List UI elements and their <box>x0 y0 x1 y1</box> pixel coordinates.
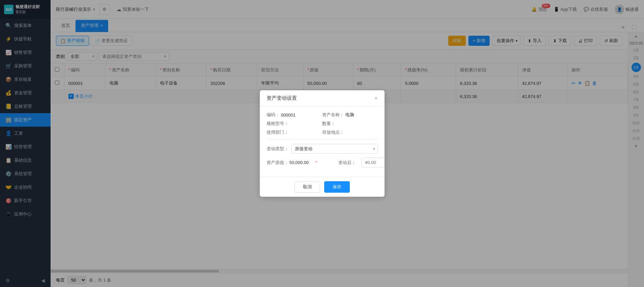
dialog-divider <box>267 139 378 140</box>
dialog-footer: 取消 保存 <box>260 177 385 197</box>
dialog-overlay: 资产变动设置 × 编码： 000001 资产名称： 电脑 规格型号： 数量： <box>0 0 644 287</box>
quantity-label: 数量： <box>322 121 335 127</box>
after-label: 变动后： <box>338 160 359 166</box>
dept-label: 使用部门： <box>267 129 288 135</box>
change-type-label: 变动类型： <box>267 146 288 152</box>
code-label: 编码： <box>267 112 280 118</box>
change-type-field: 变动类型： 原值变动 期限变动 残值率变动 ▾ <box>267 144 378 154</box>
dialog-body: 编码： 000001 资产名称： 电脑 规格型号： 数量： 使用部门： <box>260 106 385 177</box>
dialog-title: 资产变动设置 <box>267 95 297 101</box>
after-value-input[interactable] <box>361 158 384 167</box>
dialog-name-item: 资产名称： 电脑 <box>322 112 378 118</box>
dialog-close-button[interactable]: × <box>374 95 377 101</box>
original-value-display: 50,000.00 <box>289 160 309 165</box>
code-value: 000001 <box>281 113 296 118</box>
dialog-location-item: 存放地点： <box>322 129 378 135</box>
after-required-star: * <box>315 160 336 165</box>
original-value-label: 资产原值： <box>267 160 287 166</box>
asset-name-label: 资产名称： <box>322 112 344 118</box>
original-value-field: 资产原值： 50,000.00 * 变动后： <box>267 158 378 167</box>
dialog-dept-item: 使用部门： <box>267 129 322 135</box>
asset-change-dialog: 资产变动设置 × 编码： 000001 资产名称： 电脑 规格型号： 数量： <box>260 90 385 197</box>
dialog-quantity-item: 数量： <box>322 121 378 127</box>
cancel-button[interactable]: 取消 <box>295 181 320 193</box>
change-type-select[interactable]: 原值变动 期限变动 残值率变动 <box>291 144 378 154</box>
dialog-spec-item: 规格型号： <box>267 121 322 127</box>
asset-name-value: 电脑 <box>345 112 354 118</box>
change-type-select-wrap: 原值变动 期限变动 残值率变动 ▾ <box>291 144 378 154</box>
spec-label: 规格型号： <box>267 121 288 127</box>
dialog-code-item: 编码： 000001 <box>267 112 322 118</box>
save-button[interactable]: 保存 <box>324 181 350 193</box>
dialog-info-grid: 编码： 000001 资产名称： 电脑 规格型号： 数量： 使用部门： <box>267 112 378 135</box>
dialog-header: 资产变动设置 × <box>260 90 385 106</box>
location-label: 存放地点： <box>322 129 344 135</box>
